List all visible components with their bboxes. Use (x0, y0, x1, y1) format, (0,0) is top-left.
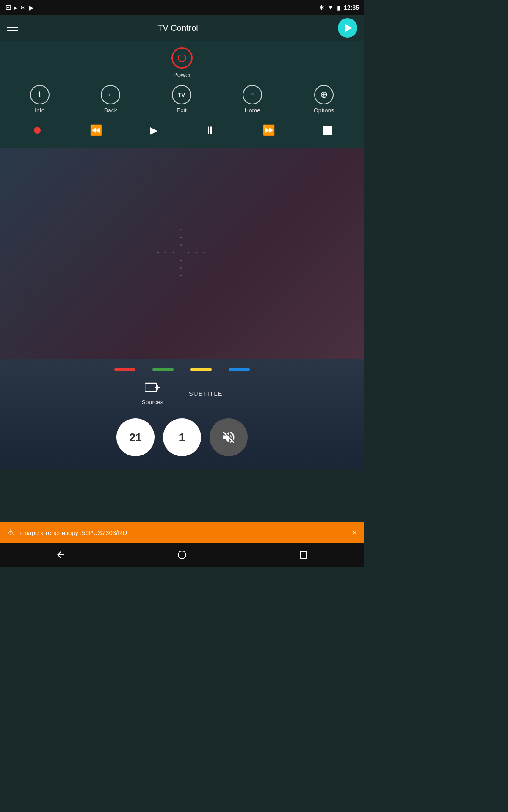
sources-icon (145, 381, 160, 396)
power-icon (177, 52, 188, 63)
battery-icon: ▮ (337, 4, 340, 11)
exit-label: Exit (177, 107, 186, 114)
fastforward-button[interactable]: ⏩ (262, 124, 275, 136)
home-label: Home (245, 107, 260, 114)
status-icons-left: 🖼 ▸ ✉ ▶ (5, 0, 34, 15)
bottom-section: Sources SUBTITLE 21 1 (0, 359, 364, 469)
menu-button[interactable] (7, 25, 18, 31)
svg-rect-1 (145, 383, 157, 392)
dpad-section (0, 148, 364, 359)
recents-nav-icon (298, 550, 309, 560)
exit-icon: TV (172, 85, 191, 104)
power-button[interactable] (171, 47, 193, 69)
control-section: Power ℹ Info ← Back TV Exit ⌂ Home ⊕ Opt… (0, 41, 364, 148)
back-label: Back (104, 107, 117, 114)
warning-icon: ⚠ (7, 527, 14, 538)
power-label: Power (173, 71, 191, 78)
options-label: Options (314, 107, 334, 114)
status-bar: 🖼 ▸ ✉ ▶ ✱ ▼ ▮ 12:35 (0, 0, 364, 15)
exit-button[interactable]: TV Exit (172, 85, 191, 114)
color-buttons-row (0, 368, 364, 371)
record-icon (32, 125, 42, 135)
status-time: 12:35 (344, 4, 359, 11)
sources-label: Sources (141, 399, 163, 406)
stop-button[interactable] (323, 126, 332, 135)
pause-icon: ⏸ (205, 124, 215, 136)
pause-button[interactable]: ⏸ (205, 124, 215, 136)
home-nav-icon (177, 550, 187, 560)
notification-bar: ⚠ в паре к телевизору :50PUS7303/RU × (0, 522, 364, 543)
bluetooth-status-icon: ✱ (319, 4, 324, 11)
rewind-icon: ⏪ (90, 124, 102, 136)
mute-icon (221, 430, 236, 445)
svg-point-4 (178, 551, 186, 559)
play-button[interactable] (338, 18, 357, 38)
subtitle-button[interactable]: SUBTITLE (189, 390, 223, 397)
sources-subtitle-row: Sources SUBTITLE (0, 381, 364, 406)
dpad-dots (157, 229, 207, 278)
wifi-icon: ▼ (328, 4, 334, 11)
channel-1-button[interactable]: 1 (163, 418, 201, 456)
play-media-button[interactable]: ▶ (150, 124, 157, 136)
notification-close-button[interactable]: × (352, 528, 357, 538)
back-nav-button[interactable] (55, 550, 66, 560)
rewind-button[interactable]: ⏪ (90, 124, 102, 136)
app-title: TV Control (157, 23, 198, 33)
mute-button[interactable] (210, 418, 248, 456)
green-button[interactable] (152, 368, 174, 371)
photo-icon: 🖼 (5, 4, 11, 11)
blue-button[interactable] (229, 368, 250, 371)
back-nav-icon (55, 550, 66, 560)
yellow-button[interactable] (190, 368, 212, 371)
record-button[interactable] (32, 125, 42, 135)
options-icon: ⊕ (314, 85, 334, 104)
info-button[interactable]: ℹ Info (30, 85, 50, 114)
info-icon: ℹ (30, 85, 50, 104)
fastforward-icon: ⏩ (262, 124, 275, 136)
bluetooth-icon: ▸ (14, 4, 17, 11)
options-button[interactable]: ⊕ Options (314, 85, 334, 114)
red-button[interactable] (114, 368, 135, 371)
channel-21-button[interactable]: 21 (116, 418, 155, 456)
svg-point-0 (34, 127, 41, 134)
gmail-icon: ✉ (21, 4, 26, 11)
nav-bar (0, 543, 364, 567)
info-label: Info (35, 107, 44, 114)
home-button[interactable]: ⌂ Home (243, 85, 262, 114)
play-media-icon: ▶ (150, 124, 157, 136)
home-nav-button[interactable] (177, 550, 187, 560)
svg-rect-5 (300, 551, 307, 558)
top-bar: TV Control (0, 15, 364, 41)
back-button[interactable]: ← Back (101, 85, 120, 114)
notification-content: ⚠ в паре к телевизору :50PUS7303/RU (7, 527, 127, 538)
power-area: Power (0, 47, 364, 78)
media-controls-row: ⏪ ▶ ⏸ ⏩ (0, 120, 364, 143)
stop-icon (323, 126, 332, 135)
nav-buttons-row: ℹ Info ← Back TV Exit ⌂ Home ⊕ Options (0, 85, 364, 120)
play-store-icon: ▶ (29, 4, 34, 11)
channel-mute-row: 21 1 (0, 418, 364, 456)
sources-button[interactable]: Sources (141, 381, 163, 406)
home-icon: ⌂ (243, 85, 262, 104)
notification-text: в паре к телевизору :50PUS7303/RU (19, 529, 127, 536)
recents-nav-button[interactable] (298, 550, 309, 560)
back-icon: ← (101, 85, 120, 104)
